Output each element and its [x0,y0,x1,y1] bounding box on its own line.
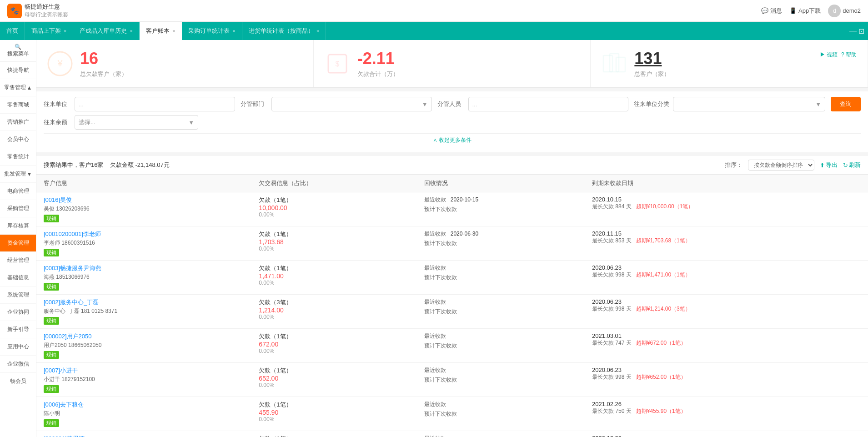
sidebar-item-member-vip[interactable]: 畅会员 [0,373,36,390]
overdue-text-0[interactable]: 超期¥10,000.00（1笔） [636,203,694,210]
sidebar-item-wechat[interactable]: 企业微信 [0,356,36,373]
tag-xian-0: 现销 [44,215,59,222]
debt-label-6: 欠款（1笔） [259,401,409,409]
close-tab-inventory-stats[interactable]: × [316,28,319,34]
cell-customer-info-3: [0002]服务中心_丁磊 服务中心_丁磊 181 0125 8371 现销 [36,295,251,329]
overdue-text-6[interactable]: 超期¥455.90（1笔） [636,408,686,414]
sidebar-item-enterprise[interactable]: 企业协同 [0,304,36,321]
refresh-icon: ↻ [843,162,848,169]
help-btn[interactable]: ? 帮助 [841,51,857,59]
customer-name-4[interactable]: [000002]用户2050 [44,332,244,341]
sidebar-item-operations[interactable]: 经营管理 [0,252,36,269]
sidebar-item-finance[interactable]: 资金管理 [0,235,36,252]
overdue-text-2[interactable]: 超期¥1,471.00（1笔） [636,271,691,278]
sidebar-item-retail-stats[interactable]: 零售统计 [0,148,36,166]
debt-amount-2[interactable]: 1,471.00 [259,272,409,280]
logo-icon: 🐾 [7,4,22,18]
overdue-text-4[interactable]: 超期¥672.00（1笔） [636,340,686,346]
sidebar-item-newbie[interactable]: 新手引导 [0,321,36,338]
sidebar-item-batch-mgmt[interactable]: 批发管理 ▼ [0,166,36,183]
overdue-days-2: 最长欠款 998 天 超期¥1,471.00（1笔） [592,271,861,279]
svg-rect-6 [616,57,625,72]
customer-name-1[interactable]: [00010200001]李老师 [44,230,244,238]
filter-row-2: 往来余额 选择... ▼ [44,115,861,130]
close-tab-customer-account[interactable]: × [172,28,175,34]
sidebar-item-member-center[interactable]: 会员中心 [0,131,36,148]
message-btn[interactable]: 💬 消息 [761,7,782,15]
customer-name-7[interactable]: [000001]黄思源 [44,435,244,437]
sidebar-item-app-center[interactable]: 应用中心 [0,338,36,356]
chevron-down-category-icon: ▼ [815,101,821,108]
cell-collection-5: 最近收款 预计下次收款 [417,363,585,397]
sidebar-item-retail-mgmt[interactable]: 零售管理 ▲ [0,79,36,96]
dept-input[interactable]: ▼ [271,97,432,111]
minimize-icon[interactable]: — [849,27,857,35]
sidebar-item-purchase-mgmt[interactable]: 采购管理 [0,200,36,217]
overdue-text-3[interactable]: 超期¥1,214.00（3笔） [636,306,691,312]
sidebar-item-quick-nav[interactable]: 快捷导航 [0,62,36,79]
collapse-bar[interactable]: ∧ 收起更多条件 [44,133,861,147]
person-input[interactable]: ... [468,97,629,111]
query-button[interactable]: 查询 [831,97,861,111]
tab-home[interactable]: 首页 [0,22,25,40]
tag-xian-5: 现销 [44,385,59,393]
sidebar-item-inventory[interactable]: 库存核算 [0,217,36,235]
source-unit-input[interactable]: ... [75,97,235,111]
overdue-days-5: 最长欠款 998 天 超期¥652.00（1笔） [592,373,861,381]
sidebar-item-ecommerce[interactable]: 电商管理 [0,183,36,200]
customer-name-5[interactable]: [0007]小进干 [44,367,244,375]
tab-production-history[interactable]: 产成品入库单历史 × [73,22,139,40]
app-download-btn[interactable]: 📱 App下载 [789,7,821,15]
cell-collection-0: 最近收款 2020-10-15 预计下次收款 [417,192,585,226]
tab-products-off[interactable]: 商品上下架 × [25,22,73,40]
customer-phone-3: 服务中心_丁磊 181 0125 8371 [44,307,244,315]
debt-ratio-1: 0.00% [259,246,409,252]
sidebar-item-retail-mall[interactable]: 零售商城 [0,96,36,114]
stat-label-debt-customers: 总欠款客户（家） [80,70,302,78]
customer-name-0[interactable]: [0016]吴俊 [44,196,244,204]
close-tab-products-off[interactable]: × [64,28,66,34]
tab-inventory-stats[interactable]: 进货单统计表（按商品） × [242,22,326,40]
tag-xian-4: 现销 [44,351,59,359]
customer-name-2[interactable]: [0003]畅捷服务尹海燕 [44,264,244,272]
debt-amount-5[interactable]: 652.00 [259,375,409,382]
sort-select[interactable]: 按欠款金额倒序排序 按欠款金额正序排序 [748,160,814,171]
filter-source-unit: 往来单位 ... [44,97,235,111]
expand-icon[interactable]: ⊡ [858,27,864,35]
sidebar-item-system[interactable]: 系统管理 [0,286,36,304]
debt-amount-3[interactable]: 1,214.00 [259,306,409,314]
debt-amount-6[interactable]: 455.90 [259,409,409,416]
export-btn[interactable]: ⬆ 导出 [820,161,838,169]
debt-amount-1[interactable]: 1,703.68 [259,238,409,246]
due-date-5: 2020.06.23 [592,367,861,373]
unit-category-input[interactable]: ▼ [673,97,825,111]
stat-card-actions: ▶ 视频 ? 帮助 [820,49,857,59]
customer-name-6[interactable]: [0006]去下粮仓 [44,401,244,409]
svg-text:$: $ [335,60,339,68]
close-tab-purchase-order[interactable]: × [232,28,235,34]
tab-customer-account[interactable]: 客户账本 × [140,22,182,40]
customer-phone-5: 小进干 18279152100 [44,376,244,383]
close-tab-production-history[interactable]: × [130,28,132,34]
overdue-text-5[interactable]: 超期¥652.00（1笔） [636,374,686,380]
debt-amount-0[interactable]: 10,000.00 [259,204,409,211]
debt-total-text: 欠款金额 -21,148.07元 [110,161,170,168]
sidebar-item-marketing[interactable]: 营销推广 [0,114,36,131]
video-btn[interactable]: ▶ 视频 [820,51,838,59]
overdue-text-1[interactable]: 超期¥1,703.68（1笔） [636,237,691,244]
sidebar-search[interactable]: 🔍 搜索菜单 [0,40,36,62]
user-avatar-btn[interactable]: d demo2 [828,5,861,17]
balance-input[interactable]: 选择... ▼ [75,115,198,130]
sidebar-item-basic-info[interactable]: 基础信息 [0,269,36,286]
refresh-btn[interactable]: ↻ 刷新 [843,161,861,169]
tab-purchase-order[interactable]: 采购订单统计表 × [182,22,242,40]
debt-amount-4[interactable]: 672.00 [259,341,409,348]
stat-label-debt-total: 欠款合计（万） [357,70,580,78]
customer-name-3[interactable]: [0002]服务中心_丁磊 [44,298,244,306]
customer-phone-0: 吴俊 13026203696 [44,205,244,213]
source-unit-label: 往来单位 [44,100,71,108]
cell-collection-2: 最近收款 预计下次收款 [417,261,585,295]
data-table: 客户信息 欠交易信息（占比） 回收情况 到期未收款日期 [0016]吴俊 吴俊 … [36,175,868,437]
cell-customer-info-7: [000001]黄思源 黄思源 13552700226 现销 [36,431,251,437]
stat-value-total-customers: 131 [634,49,812,68]
